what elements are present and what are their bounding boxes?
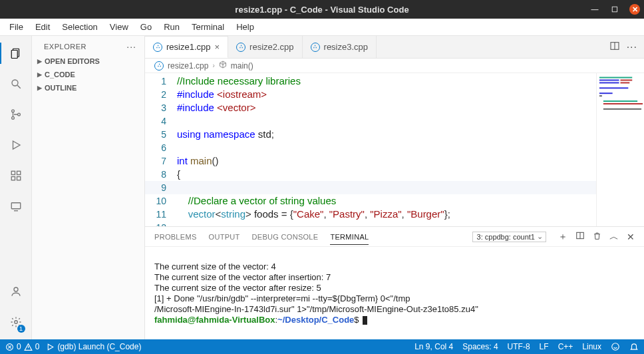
status-problems[interactable]: 0 0	[5, 342, 39, 351]
code-content[interactable]: {	[177, 168, 180, 181]
status-encoding[interactable]: UTF-8	[508, 342, 530, 351]
sidebar-outline[interactable]: ▶OUTLINE	[32, 81, 144, 94]
line-number: 12	[145, 221, 177, 226]
explorer-icon[interactable]	[0, 40, 32, 67]
panel-close-icon[interactable]: ✕	[627, 232, 635, 242]
bottom-panel: PROBLEMS OUTPUT DEBUG CONSOLE TERMINAL 3…	[145, 226, 644, 339]
code-line[interactable]: 9	[145, 181, 596, 194]
cpp-file-icon: ∴	[236, 43, 245, 52]
code-line[interactable]: 7int main()	[145, 154, 596, 168]
extensions-icon[interactable]	[0, 162, 32, 189]
terminal-line: /Microsoft-MIEngine-In-1743ld7i.sur" 1>"…	[154, 304, 635, 315]
status-cursor-pos[interactable]: Ln 9, Col 4	[414, 342, 453, 351]
code-content[interactable]	[177, 141, 180, 154]
tab-resize2[interactable]: ∴ resize2.cpp	[228, 36, 302, 58]
tab-label: resize2.cpp	[249, 42, 293, 52]
tab-resize1[interactable]: ∴ resize1.cpp ×	[145, 36, 228, 58]
code-line[interactable]: 11 vector<string> foods = {"Cake", "Past…	[145, 208, 596, 221]
panel-debugconsole-tab[interactable]: DEBUG CONSOLE	[252, 233, 319, 241]
code-line[interactable]: 1//Include necessary libraries	[145, 75, 596, 88]
menu-run[interactable]: Run	[158, 21, 185, 33]
breadcrumb-file[interactable]: resize1.cpp	[168, 61, 208, 71]
chevron-right-icon: ›	[212, 62, 214, 69]
status-launch[interactable]: (gdb) Launch (C_Code)	[46, 342, 141, 351]
panel-output-tab[interactable]: OUTPUT	[209, 233, 240, 241]
line-number: 4	[145, 114, 177, 128]
settings-icon[interactable]: 1	[0, 309, 32, 335]
search-icon[interactable]	[0, 71, 32, 97]
run-debug-icon[interactable]	[0, 132, 32, 158]
panel-maximize-icon[interactable]: ︿	[609, 231, 619, 243]
menu-terminal[interactable]: Terminal	[186, 21, 230, 33]
breadcrumb[interactable]: ∴ resize1.cpp › main()	[145, 59, 644, 73]
status-spaces[interactable]: Spaces: 4	[462, 342, 498, 351]
breadcrumb-symbol[interactable]: main()	[231, 61, 253, 71]
status-language[interactable]: C++	[558, 342, 573, 351]
code-content[interactable]: //Declare a vector of string values	[177, 194, 336, 208]
terminal[interactable]: The current size of the vector: 4 The cu…	[145, 247, 644, 339]
window-close-button[interactable]: ✕	[629, 4, 640, 15]
tab-resize3[interactable]: ∴ resize3.cpp	[303, 36, 377, 58]
window-title: resize1.cpp - C_Code - Visual Studio Cod…	[235, 5, 408, 15]
window-maximize-button[interactable]: ☐	[609, 4, 620, 15]
account-icon[interactable]	[0, 278, 32, 305]
terminal-split-icon[interactable]	[575, 231, 585, 242]
sidebar-workspace[interactable]: ▶C_CODE	[32, 68, 144, 81]
code-line[interactable]: 10 //Declare a vector of string values	[145, 194, 596, 208]
code-line[interactable]: 4	[145, 114, 596, 128]
code-line[interactable]: 6	[145, 141, 596, 154]
terminal-new-icon[interactable]: ＋	[558, 231, 567, 243]
svg-line-3	[17, 85, 21, 88]
terminal-cursor	[363, 316, 367, 325]
svg-point-14	[14, 287, 18, 291]
code-content[interactable]: #include <iostream>	[177, 88, 267, 101]
explorer-more-icon[interactable]: ···	[126, 41, 136, 52]
svg-rect-21	[599, 82, 619, 83]
status-eol[interactable]: LF	[540, 342, 549, 351]
code-content[interactable]: vector<string> foods = {"Cake", "Pastry"…	[177, 208, 450, 221]
remote-icon[interactable]	[0, 193, 32, 220]
code-line[interactable]: 2#include <iostream>	[145, 88, 596, 101]
terminal-selector[interactable]: 3: cppdbg: count1	[472, 232, 546, 242]
line-number: 6	[145, 141, 177, 154]
svg-rect-10	[17, 177, 20, 180]
cpp-file-icon: ∴	[153, 43, 162, 52]
code-content[interactable]	[177, 181, 180, 194]
window-minimize-button[interactable]: —	[589, 4, 600, 15]
code-line[interactable]: 12	[145, 221, 596, 226]
code-line[interactable]: 8{	[145, 168, 596, 181]
code-content[interactable]: int main()	[177, 154, 219, 168]
menu-selection[interactable]: Selection	[57, 21, 102, 33]
editor-more-icon[interactable]: ···	[627, 41, 637, 53]
terminal-kill-icon[interactable]	[593, 232, 601, 242]
line-number: 5	[145, 128, 177, 141]
menu-help[interactable]: Help	[231, 21, 259, 33]
code-content[interactable]	[177, 114, 180, 128]
tab-close-icon[interactable]: ×	[214, 42, 220, 52]
panel-problems-tab[interactable]: PROBLEMS	[154, 233, 197, 241]
chevron-right-icon: ▶	[37, 71, 42, 78]
source-control-icon[interactable]	[0, 101, 32, 128]
menu-go[interactable]: Go	[135, 21, 157, 33]
code-line[interactable]: 3#include <vector>	[145, 101, 596, 114]
code-content[interactable]: //Include necessary libraries	[177, 75, 301, 88]
code-content[interactable]: #include <vector>	[177, 101, 255, 114]
split-editor-icon[interactable]	[609, 41, 620, 53]
menu-edit[interactable]: Edit	[30, 21, 55, 33]
sidebar-open-editors[interactable]: ▶OPEN EDITORS	[32, 55, 144, 68]
code-content[interactable]	[177, 221, 180, 226]
code-editor[interactable]: 1//Include necessary libraries2#include …	[145, 73, 596, 226]
status-bar: 0 0 (gdb) Launch (C_Code) Ln 9, Col 4 Sp…	[0, 339, 644, 354]
svg-rect-18	[599, 77, 632, 79]
menu-file[interactable]: File	[4, 21, 29, 33]
cpp-file-icon: ∴	[311, 43, 320, 52]
status-bell-icon[interactable]	[629, 342, 639, 351]
code-line[interactable]: 5using namespace std;	[145, 128, 596, 141]
menu-view[interactable]: View	[104, 21, 134, 33]
panel-terminal-tab[interactable]: TERMINAL	[330, 233, 369, 245]
status-os[interactable]: Linux	[582, 342, 601, 351]
status-feedback-icon[interactable]	[611, 342, 620, 351]
code-content[interactable]: using namespace std;	[177, 128, 274, 141]
line-number: 11	[145, 208, 177, 221]
minimap[interactable]	[596, 73, 644, 226]
